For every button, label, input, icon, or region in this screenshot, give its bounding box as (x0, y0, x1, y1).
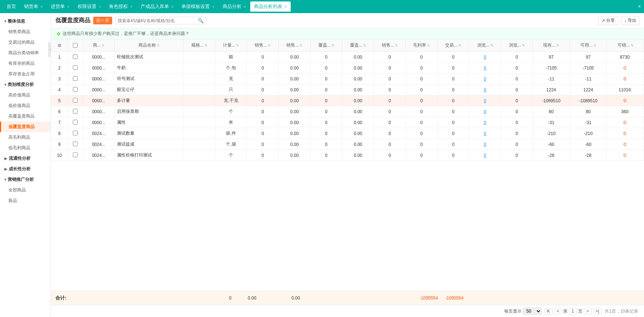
col-trade[interactable]: 交易...⇅ (437, 39, 469, 52)
row-checkbox[interactable] (73, 98, 78, 103)
col-browse1[interactable]: 浏览...⇅ (469, 39, 501, 52)
tab-analysis-list[interactable]: 商品分析列表 × (250, 1, 290, 12)
row-checkbox[interactable] (73, 142, 78, 146)
sidebar-section-flow[interactable]: ▶ 流通性分析 (0, 153, 51, 164)
col-code[interactable]: 商...⇅ (83, 39, 114, 52)
sidebar-item-low-coverage[interactable]: 低覆盖度商品 (0, 122, 51, 132)
cell-browse1[interactable]: 0 (469, 117, 501, 128)
tab-permissions[interactable]: 权限设置 × (74, 1, 105, 12)
close-all-tabs-button[interactable]: × (638, 3, 641, 10)
tab-analysis[interactable]: 商品分析 × (219, 1, 250, 12)
row-checkbox[interactable] (73, 76, 78, 81)
last-page-button[interactable]: >| (593, 308, 602, 314)
col-settings[interactable]: ⚙ (51, 39, 68, 52)
close-roles-icon[interactable]: × (130, 4, 132, 9)
cell-browse1[interactable]: 0 (469, 74, 501, 84)
tab-home[interactable]: 首页 (3, 1, 20, 12)
sidebar-item-high-profit[interactable]: 高毛利商品 (0, 132, 51, 143)
cell-checkbox[interactable] (68, 106, 83, 117)
sidebar-item-capital-occupy[interactable]: 库存资金占用 (0, 69, 51, 79)
row-checkbox[interactable] (73, 87, 78, 92)
close-sales-icon[interactable]: × (40, 4, 43, 9)
cell-checkbox[interactable] (68, 139, 83, 150)
col-available[interactable]: 可用...⇅ (570, 39, 607, 52)
per-page-select[interactable]: 50 20 100 (523, 308, 542, 315)
tab-sales[interactable]: 销货单 × (20, 1, 46, 12)
cell-browse1[interactable]: 0 (469, 95, 501, 106)
cell-checkbox[interactable] (68, 63, 83, 74)
cell-browse1[interactable]: 0 (469, 128, 501, 139)
col-cover1[interactable]: 覆盖...⇅ (310, 39, 342, 52)
close-purchase-icon[interactable]: × (67, 4, 69, 9)
cell-checkbox[interactable] (68, 128, 83, 139)
row-checkbox[interactable] (73, 109, 78, 114)
sidebar-item-sales-goods[interactable]: 销售类商品 (0, 27, 51, 37)
export-button[interactable]: ↓ 导出 (621, 16, 640, 25)
cell-checkbox[interactable] (68, 74, 83, 84)
sidebar-item-all-goods[interactable]: 全部商品 (0, 185, 51, 195)
sidebar-item-high-coverage[interactable]: 高覆盖度商品 (0, 111, 51, 122)
col-sales2[interactable]: 销售...⇅ (374, 39, 405, 52)
cell-browse1[interactable]: 0 (469, 52, 501, 63)
time-filter-button[interactable]: 近一月 (93, 17, 112, 24)
sidebar-item-low-profit[interactable]: 低毛利商品 (0, 143, 51, 153)
col-spec[interactable]: 规格...⇅ (183, 39, 215, 52)
cell-browse1[interactable]: 0 (469, 139, 501, 150)
cell-checkbox[interactable] (68, 95, 83, 106)
cell-checkbox[interactable] (68, 150, 83, 161)
col-name[interactable]: 商品名称⇅ (114, 39, 183, 52)
row-checkbox[interactable] (73, 152, 78, 157)
cell-current: -11 (533, 74, 570, 84)
cell-browse1[interactable]: 0 (469, 84, 501, 95)
search-icon[interactable]: 🔍 (198, 18, 204, 23)
sidebar-item-stocked-goods[interactable]: 有库存的商品 (0, 58, 51, 69)
col-unit[interactable]: 计量...⇅ (215, 39, 247, 52)
sidebar-item-low-value[interactable]: 低价值商品 (0, 100, 51, 111)
row-checkbox[interactable] (73, 120, 78, 124)
sidebar-section-category[interactable]: ▾ 类别维度分析 (0, 79, 51, 90)
cell-code: 0000... (83, 117, 114, 128)
first-page-button[interactable]: K (545, 308, 553, 314)
sidebar-item-traded-goods[interactable]: 交易过的商品 (0, 37, 51, 48)
tab-roles[interactable]: 角色授权 × (105, 1, 136, 12)
sidebar-section-growth[interactable]: ▶ 成长性分析 (0, 164, 51, 174)
sidebar-item-high-value[interactable]: 高价值商品 (0, 90, 51, 100)
cell-checkbox[interactable] (68, 117, 83, 128)
cell-checkbox[interactable] (68, 84, 83, 95)
col-gross-rate[interactable]: 毛利率⇅ (406, 39, 437, 52)
prev-page-button[interactable]: < (554, 308, 562, 314)
cell-browse1[interactable]: 0 (469, 106, 501, 117)
col-sales-qty[interactable]: 销售...⇅ (247, 39, 279, 52)
col-sellable[interactable]: 可销...⇅ (607, 39, 644, 52)
row-checkbox[interactable] (73, 131, 78, 135)
select-all-checkbox[interactable] (73, 43, 78, 48)
search-input[interactable] (118, 18, 196, 23)
tab-purchase[interactable]: 进货单 × (47, 1, 73, 12)
row-checkbox[interactable] (73, 54, 78, 59)
close-analysis-list-icon[interactable]: × (284, 4, 287, 9)
col-current[interactable]: 现有...⇅ (533, 39, 570, 52)
col-checkbox[interactable] (68, 39, 83, 52)
close-permissions-icon[interactable]: × (99, 4, 101, 9)
col-browse2[interactable]: 浏览...⇅ (501, 39, 533, 52)
data-table-container[interactable]: ⚙ 商...⇅ 商品名称⇅ 规格...⇅ (51, 39, 644, 291)
cell-browse1[interactable]: 0 (469, 150, 501, 161)
row-checkbox[interactable] (73, 65, 78, 70)
close-templates-icon[interactable]: × (212, 4, 214, 9)
share-button[interactable]: ↗ 分享 (598, 16, 618, 25)
col-cover2[interactable]: 覆盖...⇅ (342, 39, 374, 52)
close-analysis-icon[interactable]: × (244, 4, 246, 9)
close-products-icon[interactable]: × (171, 4, 173, 9)
cell-browse1[interactable]: 0 (469, 63, 501, 74)
tab-templates[interactable]: 单据模板设置 × (178, 1, 218, 12)
sidebar-item-sales-rate[interactable]: 商品分类动销率 (0, 48, 51, 58)
col-sales-amt[interactable]: 销售...⇅ (279, 39, 310, 52)
tab-products[interactable]: 产成品入库单 × (137, 1, 177, 12)
next-page-button[interactable]: > (584, 308, 592, 314)
sidebar-collapse-button[interactable]: « (48, 42, 51, 57)
sidebar-item-new-goods[interactable]: 新品 (0, 195, 51, 206)
cell-checkbox[interactable] (68, 52, 83, 63)
sidebar-section-marketing[interactable]: ▾ 营销推广分析 (0, 174, 51, 185)
sidebar-section-overall[interactable]: ▾ 整体信息 (0, 16, 51, 27)
settings-icon[interactable]: ⚙ (58, 43, 62, 48)
